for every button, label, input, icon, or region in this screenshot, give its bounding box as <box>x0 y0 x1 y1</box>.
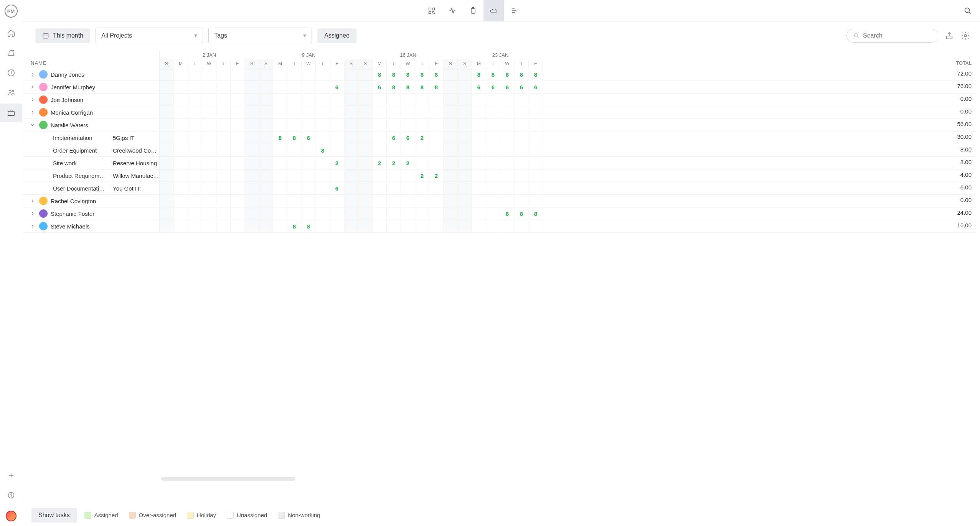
day-cell[interactable] <box>444 144 458 156</box>
day-cell[interactable] <box>401 119 415 131</box>
day-cell[interactable]: 2 <box>401 157 415 169</box>
day-cell[interactable] <box>259 144 273 156</box>
day-cell[interactable] <box>245 106 259 118</box>
day-cell[interactable] <box>515 119 529 131</box>
day-cell[interactable] <box>160 68 174 81</box>
day-cell[interactable] <box>330 106 344 118</box>
day-cell[interactable] <box>373 94 387 106</box>
day-cell[interactable] <box>330 169 344 182</box>
day-cell[interactable] <box>287 119 302 131</box>
day-cell[interactable] <box>415 182 429 194</box>
day-cell[interactable] <box>373 195 387 207</box>
day-cell[interactable] <box>529 169 543 182</box>
day-cell[interactable] <box>245 182 259 194</box>
day-cell[interactable] <box>287 94 302 106</box>
day-cell[interactable]: 2 <box>373 157 387 169</box>
export-icon[interactable] <box>944 30 955 41</box>
day-cell[interactable] <box>401 169 415 182</box>
day-cell[interactable] <box>302 94 316 106</box>
day-cell[interactable] <box>458 182 472 194</box>
day-cell[interactable]: 6 <box>500 81 515 93</box>
day-cell[interactable] <box>330 207 344 220</box>
day-cell[interactable]: 6 <box>302 132 316 144</box>
chevron-right-icon[interactable] <box>29 109 36 116</box>
day-cell[interactable] <box>373 182 387 194</box>
day-cell[interactable] <box>287 81 302 93</box>
day-cell[interactable] <box>415 94 429 106</box>
day-cell[interactable]: 8 <box>472 68 486 81</box>
day-cell[interactable] <box>188 182 202 194</box>
day-cell[interactable] <box>231 68 245 81</box>
day-cell[interactable] <box>202 157 216 169</box>
day-cell[interactable] <box>344 132 358 144</box>
day-cell[interactable] <box>515 144 529 156</box>
day-cell[interactable] <box>245 132 259 144</box>
day-cell[interactable] <box>287 195 302 207</box>
day-cell[interactable] <box>500 119 515 131</box>
day-cell[interactable] <box>458 207 472 220</box>
day-cell[interactable] <box>174 106 188 118</box>
global-search-icon[interactable] <box>962 5 973 16</box>
day-cell[interactable] <box>373 132 387 144</box>
current-user-avatar[interactable] <box>6 511 16 521</box>
day-cell[interactable] <box>231 144 245 156</box>
day-cell[interactable] <box>458 106 472 118</box>
period-button[interactable]: This month <box>35 28 90 43</box>
day-cell[interactable] <box>202 132 216 144</box>
day-cell[interactable] <box>387 119 401 131</box>
day-cell[interactable] <box>500 169 515 182</box>
day-cell[interactable] <box>330 94 344 106</box>
day-cell[interactable] <box>500 106 515 118</box>
chevron-right-icon[interactable] <box>29 210 36 217</box>
day-cell[interactable] <box>174 132 188 144</box>
day-cell[interactable] <box>259 195 273 207</box>
day-cell[interactable] <box>344 207 358 220</box>
day-cell[interactable] <box>444 94 458 106</box>
chevron-right-icon[interactable] <box>29 84 36 90</box>
day-cell[interactable] <box>245 94 259 106</box>
day-cell[interactable]: 8 <box>302 220 316 232</box>
day-cell[interactable] <box>387 207 401 220</box>
day-cell[interactable] <box>529 157 543 169</box>
day-cell[interactable] <box>344 157 358 169</box>
day-cell[interactable] <box>458 169 472 182</box>
day-cell[interactable] <box>444 220 458 232</box>
day-cell[interactable] <box>330 132 344 144</box>
briefcase-icon[interactable] <box>0 104 22 122</box>
day-cell[interactable] <box>316 195 330 207</box>
day-cell[interactable] <box>486 132 500 144</box>
day-cell[interactable]: 8 <box>429 81 444 93</box>
day-cell[interactable] <box>387 106 401 118</box>
day-cell[interactable]: 6 <box>401 132 415 144</box>
day-cell[interactable] <box>500 220 515 232</box>
day-cell[interactable] <box>160 207 174 220</box>
day-cell[interactable]: 2 <box>415 169 429 182</box>
day-cell[interactable] <box>429 195 444 207</box>
day-cell[interactable] <box>231 157 245 169</box>
day-cell[interactable] <box>358 132 373 144</box>
day-cell[interactable] <box>174 195 188 207</box>
day-cell[interactable] <box>373 207 387 220</box>
day-cell[interactable] <box>472 182 486 194</box>
day-cell[interactable] <box>515 195 529 207</box>
view-overview-icon[interactable] <box>421 0 442 21</box>
day-cell[interactable] <box>273 169 287 182</box>
day-cell[interactable] <box>245 81 259 93</box>
day-cell[interactable] <box>231 94 245 106</box>
day-cell[interactable] <box>245 220 259 232</box>
day-cell[interactable] <box>202 106 216 118</box>
show-tasks-button[interactable]: Show tasks <box>31 508 77 523</box>
day-cell[interactable] <box>259 169 273 182</box>
day-cell[interactable] <box>344 68 358 81</box>
day-cell[interactable] <box>216 106 231 118</box>
day-cell[interactable] <box>302 81 316 93</box>
day-cell[interactable] <box>401 207 415 220</box>
day-cell[interactable]: 8 <box>515 68 529 81</box>
day-cell[interactable] <box>472 207 486 220</box>
day-cell[interactable] <box>472 169 486 182</box>
day-cell[interactable]: 2 <box>387 157 401 169</box>
day-cell[interactable] <box>444 207 458 220</box>
day-cell[interactable] <box>216 182 231 194</box>
day-cell[interactable] <box>486 220 500 232</box>
people-icon[interactable] <box>7 88 16 97</box>
